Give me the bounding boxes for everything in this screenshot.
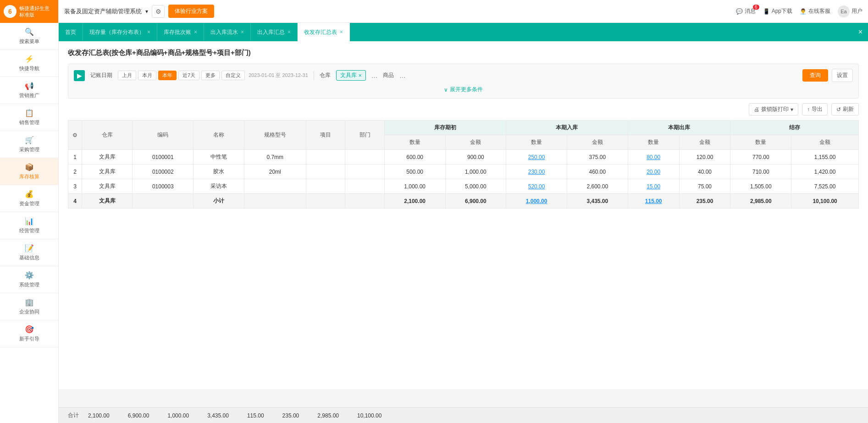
trial-button[interactable]: 体验行业方案 (168, 5, 214, 18)
sidebar-item-basic-label: 基础信息 (19, 254, 39, 261)
row4-name: 小计 (194, 194, 244, 209)
filter-divider (314, 71, 314, 80)
tab-recv-send[interactable]: 收发存汇总表 × (298, 23, 350, 41)
th-inbound: 本期入库 (506, 121, 628, 135)
row1-warehouse: 文具库 (82, 150, 133, 165)
sidebar-item-capital[interactable]: 💰 资金管理 (0, 185, 58, 212)
sidebar-item-quick-nav[interactable]: ⚡ 快捷导航 (0, 50, 58, 77)
row3-inbound-qty[interactable]: 520.00 (506, 179, 567, 194)
date-btn-more[interactable]: 更多 (201, 71, 220, 80)
filter-bar: ▶ 记账日期 上月 本月 本年 近7天 更多 自定义 2023-01-01 至 … (68, 64, 859, 99)
row4-outbound-qty-link[interactable]: 115.00 (645, 198, 662, 204)
date-btn-last-month[interactable]: 上月 (118, 71, 136, 80)
refresh-button[interactable]: ↺ 刷新 (831, 103, 859, 115)
row4-inbound-qty[interactable]: 1,000.00 (506, 194, 567, 209)
row3-outbound-qty-link[interactable]: 15.00 (647, 183, 660, 190)
chevron-down-icon: ▾ (145, 8, 148, 15)
sidebar-item-marketing[interactable]: 📢 营销推广 (0, 77, 58, 104)
warehouse-tag-close[interactable]: × (359, 72, 362, 79)
row1-dept (345, 150, 384, 165)
tab-stock-dist[interactable]: 现存量（库存分布表） × (83, 23, 157, 41)
th-dept: 部门 (345, 121, 384, 150)
th-code: 编码 (133, 121, 194, 150)
tab-inout-summary-close[interactable]: × (287, 29, 291, 35)
print-button[interactable]: 🖨 拨锁版打印 ▾ (749, 103, 798, 115)
row2-outbound-qty[interactable]: 20.00 (628, 165, 679, 179)
sidebar-item-search[interactable]: 🔍 搜索菜单 (0, 23, 58, 50)
row1-inbound-qty[interactable]: 250.00 (506, 150, 567, 165)
sidebar-item-inventory[interactable]: 📦 库存核算 (0, 158, 58, 185)
tab-stock-dist-label: 现存量（库存分布表） (89, 28, 144, 36)
row3-opening-amt: 5,000.00 (445, 179, 506, 194)
row2-warehouse: 文具库 (82, 165, 133, 179)
date-range: 2023-01-01 至 2023-12-31 (249, 72, 308, 79)
service-icon: 👨‍💼 (800, 8, 807, 15)
goods-dots[interactable]: ... (399, 71, 405, 80)
export-button[interactable]: ↑ 导出 (802, 103, 828, 115)
date-buttons: 上月 本月 本年 近7天 更多 自定义 2023-01-01 至 2023-12… (118, 71, 308, 80)
sidebar-logo: 6 畅捷通好生意 标准版 (0, 0, 58, 23)
th-settings[interactable]: ⚙ (68, 121, 82, 150)
date-btn-7days[interactable]: 近7天 (178, 71, 199, 80)
row2-outbound-qty-link[interactable]: 20.00 (647, 169, 660, 175)
tab-batch[interactable]: 库存批次账 × (157, 23, 204, 41)
row2-inbound-qty-link[interactable]: 230.00 (528, 169, 545, 175)
warehouse-dots[interactable]: ... (371, 71, 377, 80)
row4-code (133, 194, 194, 209)
row1-project (306, 150, 345, 165)
row3-outbound-qty[interactable]: 15.00 (628, 179, 679, 194)
row3-outbound-amt: 75.00 (679, 179, 730, 194)
row2-inbound-qty[interactable]: 230.00 (506, 165, 567, 179)
tab-recv-send-close[interactable]: × (340, 29, 343, 35)
page-footer: 合计 2,100.00 6,900.00 1,000.00 3,435.00 1… (59, 407, 868, 423)
query-button[interactable]: 查询 (802, 69, 828, 82)
top-bar: 装备及固定资产辅助管理系统 ▾ ⚙ 体验行业方案 💬 消息 6 📱 App下载 (59, 0, 868, 23)
sidebar-item-basic[interactable]: 📝 基础信息 (0, 239, 58, 266)
tab-inout-summary[interactable]: 出入库汇总 × (251, 23, 298, 41)
sidebar-item-system-label: 系统管理 (19, 281, 39, 288)
row1-outbound-qty-link[interactable]: 80.00 (647, 154, 660, 160)
app-download-button[interactable]: 📱 App下载 (763, 7, 792, 15)
online-service-button[interactable]: 👨‍💼 在线客服 (800, 7, 830, 15)
page-title: 收发存汇总表(按仓库+商品编码+商品+规格型号+项目+部门) (68, 49, 859, 57)
sidebar-item-enterprise[interactable]: 🏢 企业协同 (0, 293, 58, 320)
row2-outbound-amt: 40.00 (679, 165, 730, 179)
table-row: 3 文具库 0100003 采访本 1,000.00 5,000.00 520.… (68, 179, 859, 194)
message-icon: 💬 (736, 8, 743, 15)
message-badge: 6 (753, 5, 759, 10)
tab-batch-close[interactable]: × (194, 29, 197, 35)
date-btn-this-year[interactable]: 本年 (158, 71, 177, 80)
filter-setting-button[interactable]: 设置 (832, 69, 853, 82)
footer-outbound-amt: 235.00 (282, 412, 299, 419)
user-button[interactable]: Ea 用户 (838, 5, 862, 17)
date-btn-custom[interactable]: 自定义 (221, 71, 245, 80)
row3-inbound-qty-link[interactable]: 520.00 (528, 183, 545, 190)
gear-button[interactable]: ⚙ (152, 5, 165, 18)
sidebar-item-purchase[interactable]: 🛒 采购管理 (0, 131, 58, 158)
row1-inbound-qty-link[interactable]: 250.00 (528, 154, 545, 160)
sidebar-item-newbie[interactable]: 🎯 新手引导 (0, 320, 58, 347)
tab-inout-flow-close[interactable]: × (241, 29, 244, 35)
filter-arrow-button[interactable]: ▶ (74, 70, 85, 81)
row4-outbound-qty[interactable]: 115.00 (628, 194, 679, 209)
expand-more-button[interactable]: ∨ 展开更多条件 (74, 86, 853, 93)
tab-inout-summary-label: 出入库汇总 (257, 28, 285, 36)
tab-inout-flow[interactable]: 出入库流水 × (204, 23, 251, 41)
row3-warehouse: 文具库 (82, 179, 133, 194)
date-btn-this-month[interactable]: 本月 (138, 71, 156, 80)
date-label: 记账日期 (90, 71, 112, 79)
user-label: 用户 (851, 7, 862, 15)
sidebar-item-operations[interactable]: 📊 经营管理 (0, 212, 58, 239)
sidebar-item-capital-label: 资金管理 (19, 200, 39, 207)
row1-outbound-qty[interactable]: 80.00 (628, 150, 679, 165)
tabs-close-all[interactable]: × (853, 28, 868, 36)
tab-home[interactable]: 首页 (59, 23, 83, 41)
th-outbound-qty: 数量 (628, 135, 679, 150)
app-download-label: App下载 (772, 7, 792, 15)
tab-stock-dist-close[interactable]: × (147, 29, 150, 35)
message-button[interactable]: 💬 消息 6 (736, 7, 756, 15)
warehouse-label: 仓库 (320, 71, 331, 79)
sidebar-item-sales[interactable]: 📋 销售管理 (0, 104, 58, 131)
sidebar-item-system[interactable]: ⚙️ 系统管理 (0, 266, 58, 293)
row4-inbound-qty-link[interactable]: 1,000.00 (526, 198, 547, 204)
